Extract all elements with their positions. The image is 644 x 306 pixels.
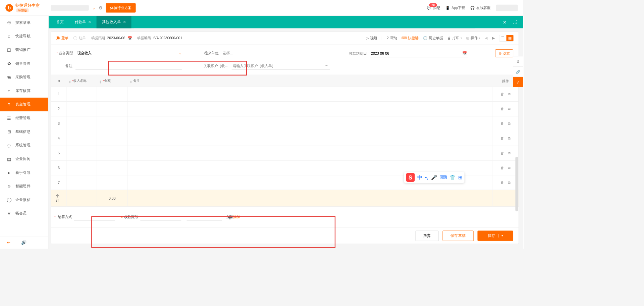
fullscreen-button[interactable]: ⛶ <box>511 18 519 26</box>
remark-input[interactable] <box>76 64 180 68</box>
radio-blue[interactable]: 蓝单 <box>56 36 68 41</box>
sidebar-item-3[interactable]: ✿销售管理 <box>0 57 48 70</box>
ime-punct-icon[interactable]: •, <box>425 174 428 180</box>
vertical-scrollbar[interactable] <box>515 157 518 211</box>
tab-0[interactable]: 首页 <box>51 16 69 28</box>
messages-button[interactable]: 💬 消息 99+ <box>427 5 440 10</box>
ime-keyboard-icon[interactable]: ⌨ <box>440 174 447 181</box>
save-draft-button[interactable]: 保存草稿 <box>443 231 474 241</box>
try-plan-button[interactable]: 体验行业方案 <box>106 3 136 12</box>
ime-tool-icon[interactable]: ⊞ <box>458 174 462 181</box>
rel-customer-input[interactable] <box>233 64 325 68</box>
copy-row-button[interactable]: ⧉ <box>508 166 510 170</box>
rail-expand-button[interactable]: ⤢ <box>513 77 523 87</box>
sidebar-item-9[interactable]: ◌系统管理 <box>0 139 48 152</box>
amount-input[interactable] <box>187 215 233 219</box>
close-icon[interactable]: ✕ <box>88 20 91 24</box>
sidebar-item-14[interactable]: V畅会员 <box>0 207 48 220</box>
copy-row-button[interactable]: ⧉ <box>508 92 510 96</box>
remark-input-wrap[interactable] <box>75 62 182 70</box>
sidebar-item-4[interactable]: 🛍采购管理 <box>0 70 48 84</box>
table-config-button[interactable]: ⚙ <box>51 75 66 87</box>
view-card-button[interactable]: ▦ <box>506 35 514 41</box>
col-income-name[interactable]: ▲▼*收入名称 <box>66 75 97 87</box>
calendar-icon[interactable]: 📅 <box>462 51 467 55</box>
sidebar-item-5[interactable]: ⌂库存核算 <box>0 84 48 98</box>
more-icon[interactable]: ⋯ <box>315 51 319 55</box>
biz-type-select[interactable]: ⌄ <box>76 49 182 57</box>
col-amount[interactable]: ▲▼*金额 <box>97 75 127 87</box>
sidebar-item-12[interactable]: ⎋智能硬件 <box>0 180 48 193</box>
delete-row-button[interactable]: 🗑 <box>500 121 504 126</box>
sidebar-item-7[interactable]: ☰经营管理 <box>0 111 48 125</box>
biz-type-input[interactable] <box>77 51 178 55</box>
radio-red[interactable]: 红单 <box>73 36 86 41</box>
delete-row-button[interactable]: 🗑 <box>500 136 504 141</box>
copy-row-button[interactable]: ⧉ <box>508 180 510 185</box>
add-payment-button[interactable]: ➕添加 <box>228 214 240 219</box>
more-icon[interactable]: ⋯ <box>325 64 329 68</box>
account-select[interactable]: ⋯ <box>141 213 181 221</box>
view-list-button[interactable]: ☰ <box>499 35 506 41</box>
ime-toolbar[interactable]: S 中 •, 🎤 ⌨ 👕 ⊞ <box>404 172 465 183</box>
rail-attach-button[interactable]: 🔗 <box>513 66 523 77</box>
hotkey-button[interactable]: ⌨快捷键 <box>401 36 419 41</box>
tab-1[interactable]: 付款单✕ <box>69 16 96 28</box>
help-button[interactable]: ?帮助 <box>387 36 397 41</box>
copy-row-button[interactable]: ⧉ <box>508 107 510 111</box>
party-select[interactable]: ⋯ <box>222 49 320 57</box>
ops-button[interactable]: ⊞操作▾ <box>466 36 480 41</box>
sidebar-item-2[interactable]: ☐营销推广 <box>0 43 48 57</box>
delete-row-button[interactable]: 🗑 <box>500 180 504 185</box>
delete-row-button[interactable]: 🗑 <box>500 166 504 170</box>
calendar-icon[interactable]: 📅 <box>127 36 132 40</box>
amount-input-wrap[interactable] <box>187 213 222 221</box>
sidebar-item-6[interactable]: ¥资金管理 <box>0 98 48 111</box>
delete-row-button[interactable]: 🗑 <box>500 107 504 111</box>
delete-row-button[interactable]: 🗑 <box>500 151 504 155</box>
table-row[interactable]: 5🗑⧉ <box>51 146 518 160</box>
due-date-input[interactable]: 📅 <box>370 49 468 57</box>
prev-button[interactable]: ◀ <box>485 36 487 40</box>
table-row[interactable]: 2🗑⧉ <box>51 102 518 116</box>
col-remark[interactable]: ▲▼备注 <box>127 75 492 87</box>
table-row[interactable]: 4🗑⧉ <box>51 131 518 146</box>
user-avatar[interactable] <box>496 4 518 11</box>
rel-customer-select[interactable]: ⋯ <box>232 62 330 70</box>
print-button[interactable]: 🖨打印▾ <box>447 36 462 41</box>
copy-row-button[interactable]: ⧉ <box>508 151 510 155</box>
support-button[interactable]: 🎧 在线客服 <box>470 5 490 10</box>
party-input[interactable] <box>223 51 315 55</box>
discard-button[interactable]: 放弃 <box>415 231 439 241</box>
table-row[interactable]: 1🗑⧉ <box>51 87 518 102</box>
ime-lang[interactable]: 中 <box>417 174 422 181</box>
close-icon[interactable]: ✕ <box>123 20 126 24</box>
close-tab-button[interactable]: ✕ <box>500 18 508 26</box>
next-button[interactable]: ▶ <box>492 36 495 40</box>
sidebar-item-0[interactable]: ⦾搜索菜单 <box>0 16 48 30</box>
table-row[interactable]: 3🗑⧉ <box>51 116 518 131</box>
sidebar-item-13[interactable]: ◯企业微信 <box>0 193 48 207</box>
app-download-button[interactable]: 📱 App下载 <box>445 5 465 10</box>
history-button[interactable]: 🕘历史单据 <box>423 36 443 41</box>
gear-icon[interactable]: ⚙ <box>99 5 102 10</box>
ime-mic-icon[interactable]: 🎤 <box>431 174 437 181</box>
delete-row-button[interactable]: 🗑 <box>500 92 504 96</box>
tab-2[interactable]: 其他收入单✕ <box>97 16 131 28</box>
collapse-sidebar-button[interactable]: ⇤ <box>7 240 10 245</box>
copy-row-button[interactable]: ⧉ <box>508 121 510 126</box>
rail-notes-button[interactable]: 🗎 <box>513 56 523 66</box>
settings-button[interactable]: ⚙设置 <box>495 49 513 57</box>
copy-row-button[interactable]: ⧉ <box>508 136 510 141</box>
sidebar-item-10[interactable]: ▤企业协同 <box>0 152 48 166</box>
sound-button[interactable]: 🔊 <box>21 240 26 245</box>
save-button[interactable]: 保存 <box>478 231 513 241</box>
company-selector[interactable]: ⌄ ⚙ <box>51 5 102 10</box>
sidebar-item-8[interactable]: ⊞基础信息 <box>0 125 48 139</box>
ime-skin-icon[interactable]: 👕 <box>449 174 455 181</box>
settle-method-select[interactable]: ⌄ <box>74 213 115 221</box>
sidebar-item-1[interactable]: ⌂快捷导航 <box>0 30 48 43</box>
sidebar-item-11[interactable]: ▸新手引导 <box>0 166 48 180</box>
date-value[interactable]: 2023-06-06 <box>107 36 125 40</box>
video-button[interactable]: ▷视频 <box>366 36 377 41</box>
